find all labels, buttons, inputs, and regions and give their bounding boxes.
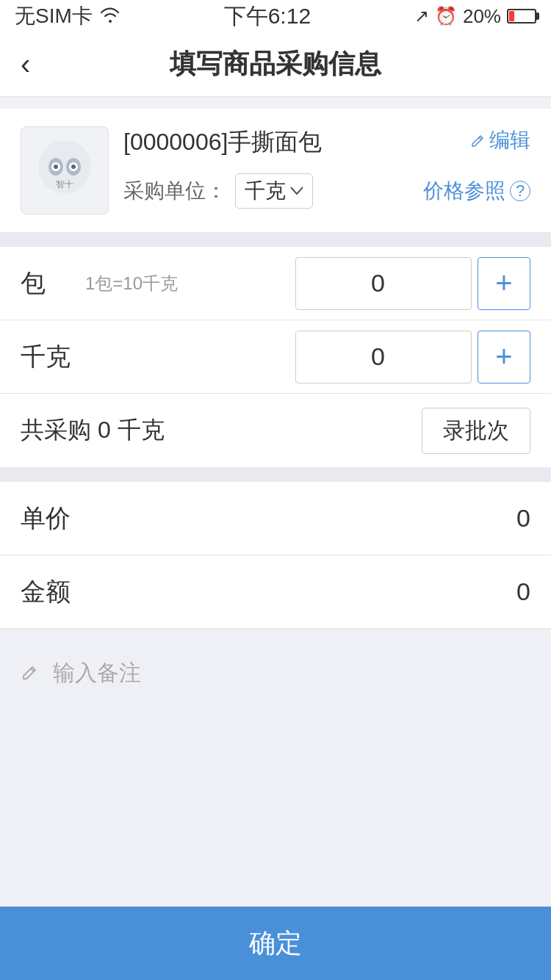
bao-input-row: 包 1包=10千克 + (0, 247, 551, 320)
bao-input-wrapper: + (295, 257, 530, 310)
note-placeholder: 输入备注 (53, 658, 141, 688)
battery-percent: 20% (463, 5, 501, 28)
chevron-down-icon (290, 187, 303, 195)
summary-text: 共采购 0 千克 (21, 414, 165, 447)
purchase-unit-row: 采购单位： 千克 价格参照 ? (123, 173, 530, 209)
amount-row: 金额 0 (0, 555, 551, 629)
section-divider-1 (0, 232, 551, 247)
pencil-icon (21, 660, 43, 687)
kg-input-row: 千克 + (0, 320, 551, 394)
unit-price-value: 0 (516, 504, 530, 533)
kg-input-wrapper: + (295, 331, 530, 383)
section-divider-2 (0, 467, 551, 482)
price-ref-button[interactable]: 价格参照 ? (423, 177, 530, 205)
bao-plus-button[interactable]: + (478, 257, 530, 310)
svg-point-5 (54, 165, 58, 169)
amount-label: 金额 (21, 575, 71, 609)
product-name: [0000006]手撕面包 (123, 126, 461, 159)
kg-label: 千克 (21, 340, 79, 374)
product-header: [0000006]手撕面包 编辑 (123, 126, 530, 159)
edit-icon (470, 132, 486, 148)
input-section: 包 1包=10千克 + 千克 + (0, 247, 551, 394)
info-section: 单价 0 金额 0 (0, 482, 551, 629)
unit-select[interactable]: 千克 (235, 173, 313, 209)
unit-price-label: 单价 (21, 502, 71, 536)
bao-sub-label: 1包=10千克 (85, 272, 178, 295)
bao-input[interactable] (295, 257, 472, 310)
battery-icon (507, 9, 536, 24)
status-right: ↗ ⏰ 20% (414, 5, 536, 28)
help-icon: ? (510, 181, 530, 201)
confirm-bar[interactable]: 确定 (0, 907, 551, 980)
amount-value: 0 (516, 577, 530, 606)
product-info: [0000006]手撕面包 编辑 采购单位： 千克 (123, 126, 530, 209)
unit-price-row: 单价 0 (0, 482, 551, 555)
status-time: 下午6:12 (224, 1, 311, 32)
confirm-text: 确定 (249, 926, 302, 962)
alarm-icon: ⏰ (435, 6, 457, 26)
back-button[interactable]: ‹ (21, 48, 30, 81)
product-thumbnail: 智十 (35, 137, 94, 204)
product-image: 智十 (21, 126, 109, 215)
location-icon: ↗ (414, 6, 429, 26)
bao-label: 包 (21, 267, 79, 300)
summary-row: 共采购 0 千克 录批次 (0, 394, 551, 467)
kg-input[interactable] (295, 331, 472, 383)
status-left: 无SIM卡 (15, 2, 120, 30)
nav-bar: ‹ 填写商品采购信息 (0, 32, 551, 97)
wifi-icon (100, 4, 120, 28)
note-section[interactable]: 输入备注 (0, 629, 551, 717)
product-card: 智十 [0000006]手撕面包 编辑 采购单位： 千克 (0, 109, 551, 232)
carrier-text: 无SIM卡 (15, 2, 93, 30)
page-title: 填写商品采购信息 (170, 46, 381, 82)
svg-text:智十: 智十 (56, 179, 73, 190)
edit-button[interactable]: 编辑 (470, 126, 530, 154)
batch-button[interactable]: 录批次 (422, 408, 530, 454)
purchase-unit-label: 采购单位： (123, 177, 226, 205)
svg-point-6 (71, 165, 76, 169)
kg-plus-button[interactable]: + (478, 331, 530, 383)
status-bar: 无SIM卡 下午6:12 ↗ ⏰ 20% (0, 0, 551, 32)
